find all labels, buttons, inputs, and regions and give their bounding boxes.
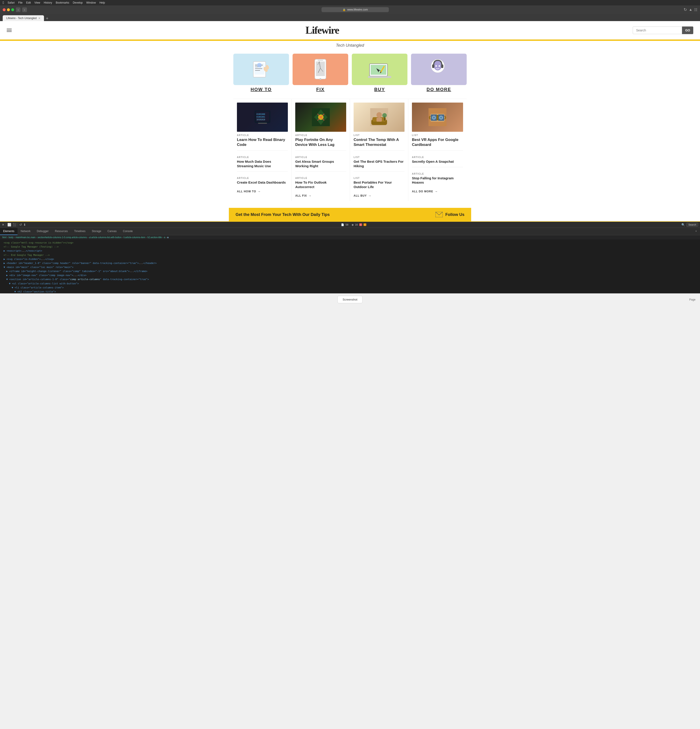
bc-h2[interactable]: h2.section-title [148, 236, 162, 238]
featured-link-howto[interactable]: Learn How To Read Binary Code [237, 138, 285, 147]
reader-button[interactable]: ☷ [694, 8, 697, 12]
all-howto-link[interactable]: ALL HOW TO → [237, 190, 261, 193]
devtools-tab-storage[interactable]: Storage [88, 228, 104, 235]
bc-a2[interactable]: a [167, 236, 169, 238]
site-logo[interactable]: Lifewire [306, 24, 339, 36]
bc-a1[interactable]: a [164, 236, 165, 238]
menu-safari[interactable]: Safari [8, 1, 14, 4]
forward-button[interactable]: › [22, 7, 27, 12]
menu-help[interactable]: Help [99, 1, 105, 4]
menu-file[interactable]: File [18, 1, 22, 4]
devtools-tab-elements[interactable]: Elements [0, 228, 17, 235]
sub-type-fix-1: ARTICLE [295, 156, 346, 158]
back-button[interactable]: ‹ [16, 7, 20, 12]
category-domore[interactable]: DO MORE [411, 54, 467, 92]
category-fix[interactable]: FIX [293, 54, 348, 92]
email-icon [435, 212, 443, 217]
sub-title-howto-2[interactable]: Create Excel Data Dashboards [237, 180, 288, 185]
devtools-search-box[interactable]: Search [686, 223, 698, 227]
svg-point-6 [257, 63, 262, 67]
search-input[interactable] [633, 26, 682, 34]
devtools-download-icon[interactable]: ⬇ [23, 223, 26, 227]
sub-link-buy-1[interactable]: Get The Best GPS Trackers For Hiking [354, 160, 404, 168]
menu-window[interactable]: Window [86, 1, 96, 4]
menu-edit[interactable]: Edit [26, 1, 31, 4]
svg-text:01001000: 01001000 [257, 113, 265, 115]
devtools-tab-network[interactable]: Network [17, 228, 34, 235]
sub-title-fix-2[interactable]: How To Fix Outlook Autocorrect [295, 180, 346, 189]
devtools-undock-icon[interactable]: ⬜ [7, 223, 11, 227]
article-column-domore: LIST Best VR Apps For Google Cardboard A… [408, 99, 467, 201]
menu-bookmarks[interactable]: Bookmarks [56, 1, 69, 4]
featured-title-howto[interactable]: Learn How To Read Binary Code [237, 137, 288, 147]
devtools-tab-timelines[interactable]: Timelines [71, 228, 88, 235]
menu-develop[interactable]: Develop [73, 1, 83, 4]
devtools-tab-add[interactable]: + [692, 228, 700, 235]
sub-link-fix-1[interactable]: Get Alexa Smart Groups Working Right [295, 160, 334, 168]
hamburger-menu[interactable] [7, 29, 12, 32]
all-domore-link[interactable]: ALL DO MORE → [412, 190, 438, 193]
menu-history[interactable]: History [44, 1, 52, 4]
search-button[interactable]: GO [682, 26, 693, 34]
share-button[interactable]: ▲ [689, 8, 692, 12]
sub-title-buy-1[interactable]: Get The Best GPS Trackers For Hiking [354, 159, 404, 168]
sub-title-domore-2[interactable]: Stop Falling for Instagram Hoaxes [412, 176, 463, 185]
bc-ul[interactable]: ul.article-columns-list.with-button [89, 236, 122, 238]
devtools-dock-icon[interactable]: ⬛ [13, 223, 16, 227]
close-button[interactable] [3, 8, 6, 11]
bc-body[interactable]: body [9, 236, 13, 238]
bc-html[interactable]: html [2, 236, 7, 238]
menu-view[interactable]: View [34, 1, 40, 4]
featured-link-fix[interactable]: Play Fortnite On Any Device With Less La… [295, 138, 335, 147]
sub-link-howto-1[interactable]: How Much Data Does Streaming Music Use [237, 160, 271, 168]
devtools-tab-console[interactable]: Console [120, 228, 136, 235]
featured-link-domore[interactable]: Best VR Apps For Google Cardboard [412, 138, 458, 147]
category-howto[interactable]: HOW TO [233, 54, 289, 92]
search-form: GO [633, 26, 693, 34]
buy-illustration [366, 57, 393, 82]
articles-grid: 01001000 01001001 10101010 ARTICLE Learn… [233, 99, 467, 201]
sub-link-fix-2[interactable]: How To Fix Outlook Autocorrect [295, 180, 327, 189]
maximize-button[interactable] [11, 8, 14, 11]
minimize-button[interactable] [7, 8, 10, 11]
sub-link-buy-2[interactable]: Best Portables For Your Outdoor Life [354, 180, 392, 189]
fortnite-image [312, 108, 330, 126]
sub-title-buy-2[interactable]: Best Portables For Your Outdoor Life [354, 180, 404, 189]
devtools-refresh-icon[interactable]: ↺ [19, 223, 22, 227]
sub-type-buy-2: LIST [354, 177, 404, 179]
category-fix-image [293, 54, 348, 85]
js-count: 16 [355, 223, 358, 226]
devtools-tab-debugger[interactable]: Debugger [34, 228, 52, 235]
bc-main[interactable]: main#main.loc.main [16, 236, 35, 238]
bc-section[interactable]: section#article-columns-1-0.comp.article… [38, 236, 87, 238]
screenshot-button[interactable]: Screenshot [338, 296, 362, 303]
sub-title-domore-1[interactable]: Secretly Open A Snapchat [412, 159, 463, 164]
sub-link-domore-1[interactable]: Secretly Open A Snapchat [412, 160, 454, 163]
featured-link-buy[interactable]: Control The Temp With A Smart Thermostat [354, 138, 399, 147]
sub-link-howto-2[interactable]: Create Excel Data Dashboards [237, 180, 286, 184]
all-buy-link[interactable]: ALL BUY → [354, 194, 371, 197]
devtools-close-button[interactable]: ✕ [2, 223, 4, 227]
refresh-button[interactable]: ↻ [684, 7, 687, 12]
sub-title-fix-1[interactable]: Get Alexa Smart Groups Working Right [295, 159, 346, 168]
bc-li[interactable]: li.article-columns-item [124, 236, 145, 238]
bc-sep7: › [162, 236, 163, 238]
devtools-tab-canvas[interactable]: Canvas [104, 228, 120, 235]
featured-title-fix[interactable]: Play Fortnite On Any Device With Less La… [295, 137, 346, 147]
svg-rect-26 [441, 64, 443, 68]
bc-sep8: › [166, 236, 167, 238]
bc-sep6: › [146, 236, 147, 238]
sub-title-howto-1[interactable]: How Much Data Does Streaming Music Use [237, 159, 288, 168]
code-line-3: ▶ <noscript>...</noscript> [0, 249, 700, 253]
tab-close-button[interactable]: ✕ [38, 17, 41, 20]
devtools-code-panel: <svg class="mntl-svg-resource is-hidden"… [0, 240, 700, 293]
category-buy[interactable]: BUY [352, 54, 407, 92]
featured-title-domore[interactable]: Best VR Apps For Google Cardboard [412, 137, 463, 147]
sub-link-domore-2[interactable]: Stop Falling for Instagram Hoaxes [412, 176, 454, 184]
address-bar[interactable]: 🔒 www.lifewire.com [322, 7, 389, 12]
devtools-tab-resources[interactable]: Resources [52, 228, 71, 235]
all-fix-link[interactable]: ALL FIX → [295, 194, 312, 197]
new-tab-button[interactable]: + [46, 16, 48, 21]
featured-title-buy[interactable]: Control The Temp With A Smart Thermostat [354, 137, 404, 147]
active-tab[interactable]: Lifewire - Tech Untangled ✕ [3, 15, 44, 21]
